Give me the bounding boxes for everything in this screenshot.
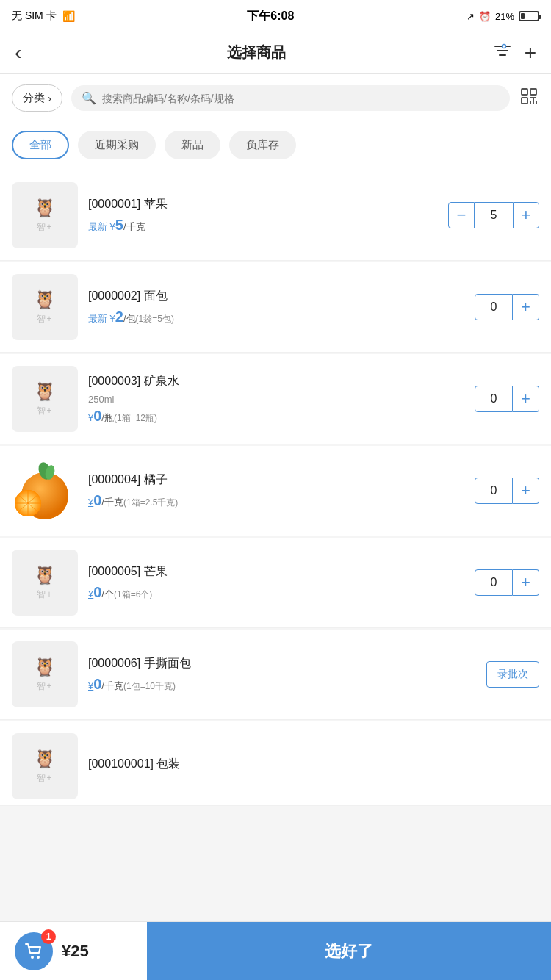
- product-name: [0000001] 苹果: [88, 197, 438, 212]
- bottom-bar: 1 ¥25 选好了: [0, 921, 551, 980]
- tabs-row: 全部 近期采购 新品 负库存: [0, 122, 551, 170]
- owl-icon: 🦉: [34, 657, 56, 677]
- search-box[interactable]: 🔍: [71, 85, 510, 111]
- qty-plus-button[interactable]: +: [513, 294, 539, 320]
- price-note: (1箱=2.5千克): [123, 497, 178, 508]
- qty-plus-button[interactable]: +: [513, 478, 539, 504]
- product-name: [0000006] 手撕面包: [88, 656, 476, 671]
- qty-plus-button[interactable]: +: [513, 202, 539, 228]
- qty-input[interactable]: [475, 478, 513, 504]
- product-thumbnail: 🦉 智+: [12, 641, 78, 707]
- sim-text: 无 SIM 卡: [12, 10, 57, 23]
- alarm-icon: ⏰: [479, 11, 491, 22]
- product-price: 最新 ¥2/包(1袋=5包): [88, 309, 464, 325]
- batch-button[interactable]: 录批次: [486, 661, 539, 688]
- product-price: 最新 ¥5/千克: [88, 217, 438, 234]
- product-item-partial: 🦉 智+ [000100001] 包装: [0, 721, 551, 806]
- product-name: [000100001] 包装: [88, 757, 539, 772]
- price-prefix: 最新 ¥: [88, 221, 115, 232]
- search-input[interactable]: [102, 93, 500, 104]
- price-unit: /千克: [101, 680, 123, 691]
- price-note: (1袋=5包): [136, 314, 174, 324]
- product-spec: 250ml: [88, 394, 464, 405]
- cart-section: 1 ¥25: [0, 932, 147, 970]
- product-item: 🦉 智+ [0000005] 芒果 ¥0/个(1箱=6个) +: [0, 538, 551, 628]
- tab-negative[interactable]: 负库存: [229, 131, 296, 159]
- price-value: 0: [93, 408, 101, 424]
- filter-row: 分类 › 🔍: [0, 74, 551, 122]
- qty-controls: +: [475, 478, 539, 504]
- category-chevron: ›: [48, 92, 51, 104]
- svg-rect-4: [522, 89, 527, 95]
- price-note: (1箱=6个): [114, 589, 152, 599]
- product-item: 🦉 智+ [0000003] 矿泉水 250ml ¥0/瓶(1箱=12瓶) +: [0, 354, 551, 444]
- cart-total: ¥25: [62, 942, 89, 961]
- product-info: [0000001] 苹果 最新 ¥5/千克: [88, 197, 438, 234]
- confirm-button[interactable]: 选好了: [147, 922, 551, 981]
- scan-icon[interactable]: [519, 86, 539, 111]
- owl-icon: 🦉: [34, 381, 56, 402]
- product-price: ¥0/瓶(1箱=12瓶): [88, 408, 464, 425]
- qty-controls: − +: [448, 202, 539, 228]
- product-price: ¥0/千克(1包=10千克): [88, 676, 476, 693]
- svg-point-21: [31, 956, 34, 959]
- tab-new[interactable]: 新品: [165, 131, 220, 159]
- price-unit: /个: [101, 588, 114, 599]
- owl-icon: 🦉: [34, 565, 56, 586]
- product-item: 🦉 智+ [0000001] 苹果 最新 ¥5/千克 − +: [0, 170, 551, 261]
- price-unit: /包: [123, 313, 136, 324]
- product-info: [0000006] 手撕面包 ¥0/千克(1包=10千克): [88, 656, 476, 693]
- product-info: [0000002] 面包 最新 ¥2/包(1袋=5包): [88, 289, 464, 325]
- svg-point-3: [502, 44, 505, 48]
- price-note: (1箱=12瓶): [114, 413, 157, 423]
- product-thumbnail: 🦉 智+: [12, 550, 78, 616]
- product-item: 🦉 智+ [0000002] 面包 最新 ¥2/包(1袋=5包) +: [0, 262, 551, 353]
- page-title: 选择商品: [227, 43, 286, 62]
- price-value: 0: [93, 584, 101, 600]
- qty-input[interactable]: [475, 569, 513, 596]
- qty-input[interactable]: [475, 386, 513, 412]
- product-name: [0000004] 橘子: [88, 472, 464, 488]
- location-icon: ↗: [467, 11, 475, 22]
- qty-controls: +: [475, 569, 539, 596]
- battery-text: 21%: [495, 11, 514, 22]
- owl-icon: 🦉: [34, 749, 56, 769]
- add-icon[interactable]: +: [525, 41, 536, 65]
- cart-icon-button[interactable]: 1: [15, 932, 53, 970]
- svg-rect-6: [522, 98, 527, 104]
- tab-all[interactable]: 全部: [12, 131, 69, 159]
- filter-icon[interactable]: [492, 40, 513, 65]
- product-thumbnail: 🦉 智+: [12, 733, 78, 799]
- nav-left: ‹: [15, 41, 21, 65]
- wifi-icon: 📶: [62, 10, 75, 22]
- product-thumbnail: 🦉 智+: [12, 182, 78, 248]
- price-unit: /瓶: [101, 412, 114, 423]
- qty-input[interactable]: [475, 294, 513, 320]
- product-price: ¥0/千克(1箱=2.5千克): [88, 492, 464, 509]
- qty-plus-button[interactable]: +: [513, 569, 539, 596]
- qty-minus-button[interactable]: −: [448, 202, 475, 228]
- price-value: 2: [115, 309, 123, 325]
- batch-controls: 录批次: [486, 661, 539, 688]
- qty-plus-button[interactable]: +: [513, 386, 539, 412]
- tab-recent[interactable]: 近期采购: [78, 131, 156, 159]
- product-name: [0000005] 芒果: [88, 564, 464, 580]
- svg-point-22: [37, 956, 40, 959]
- status-center: 下午6:08: [247, 9, 294, 24]
- qty-input[interactable]: [475, 202, 513, 228]
- product-name: [0000003] 矿泉水: [88, 374, 464, 389]
- status-left: 无 SIM 卡 📶: [12, 10, 75, 23]
- product-thumbnail: [12, 458, 78, 524]
- product-thumbnail: 🦉 智+: [12, 366, 78, 432]
- status-right: ↗ ⏰ 21%: [467, 11, 539, 22]
- price-value: 0: [93, 676, 101, 692]
- qty-controls: +: [475, 386, 539, 412]
- product-thumbnail: 🦉 智+: [12, 274, 78, 340]
- product-name: [0000002] 面包: [88, 289, 464, 304]
- product-price: ¥0/个(1箱=6个): [88, 584, 464, 601]
- back-button[interactable]: ‹: [15, 41, 21, 65]
- price-unit: /千克: [123, 221, 145, 232]
- search-icon: 🔍: [82, 91, 96, 105]
- category-button[interactable]: 分类 ›: [12, 84, 62, 112]
- price-prefix: 最新 ¥: [88, 313, 115, 324]
